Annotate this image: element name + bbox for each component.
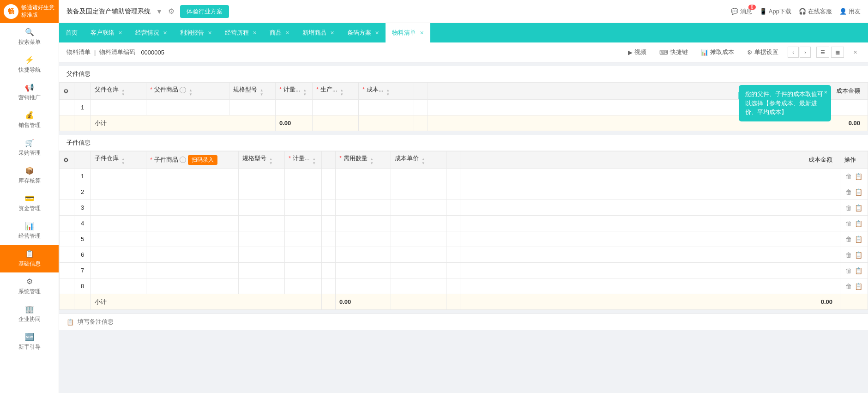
child-row6-spec[interactable] [239, 247, 285, 263]
delete-icon-5[interactable]: 🗑 [845, 236, 852, 243]
child-row4-unit[interactable] [285, 216, 322, 231]
child-row3-unit[interactable] [285, 200, 322, 216]
parent-row1-warehouse[interactable] [91, 100, 146, 115]
delete-icon-6[interactable]: 🗑 [845, 251, 852, 259]
child-row1-price[interactable] [391, 169, 446, 184]
sidebar-item-search[interactable]: 🔍搜索菜单 [0, 23, 59, 51]
copy-icon-8[interactable]: 📋 [855, 283, 862, 290]
child-row1-warehouse[interactable] [91, 169, 146, 184]
child-row6-unit[interactable] [285, 247, 322, 263]
tab-close-customer[interactable]: ✕ [118, 30, 122, 36]
dropdown-arrow-icon[interactable]: ▼ [156, 8, 163, 15]
child-row1-qty[interactable] [336, 169, 391, 184]
child-row3-qty[interactable] [336, 200, 391, 216]
tab-new-products[interactable]: 新增商品✕ [296, 23, 341, 42]
sidebar-item-quick-nav[interactable]: ⚡快捷导航 [0, 51, 59, 79]
close-tab-btn[interactable]: ✕ [850, 47, 861, 58]
child-row5-spec[interactable] [239, 231, 285, 247]
parent-col-config[interactable]: ⚙ [60, 83, 74, 100]
sidebar-item-enterprise[interactable]: 🏢企业协同 [0, 300, 59, 328]
user-btn[interactable]: 👤 用友 [839, 7, 861, 16]
tab-barcode[interactable]: 条码方案✕ [341, 23, 386, 42]
online-service-btn[interactable]: 🎧 在线客服 [799, 7, 832, 16]
child-row4-warehouse[interactable] [91, 216, 146, 231]
sidebar-item-inventory[interactable]: 📦库存核算 [0, 162, 59, 189]
delete-icon-8[interactable]: 🗑 [845, 283, 852, 290]
tab-operations[interactable]: 经营情况✕ [129, 23, 174, 42]
child-row4-product[interactable] [146, 216, 239, 231]
copy-icon-3[interactable]: 📋 [855, 204, 862, 212]
shortcut-btn[interactable]: ⌨ 快捷键 [656, 46, 692, 58]
child-row5-price[interactable] [391, 231, 446, 247]
prev-btn[interactable]: ‹ [788, 47, 799, 58]
copy-icon-7[interactable]: 📋 [855, 267, 862, 274]
view-btn[interactable]: ▶ 视频 [624, 46, 650, 58]
parent-row1-spec[interactable] [229, 100, 276, 115]
child-row6-product[interactable] [146, 247, 239, 263]
sidebar-item-finance[interactable]: 💳资金管理 [0, 189, 59, 217]
sidebar-item-basic-info[interactable]: 📋基础信息 [0, 245, 59, 272]
settings-icon[interactable]: ⚙ [168, 7, 175, 16]
child-row4-spec[interactable] [239, 216, 285, 231]
form-view-btn[interactable]: ▦ [831, 47, 844, 58]
child-row2-spec[interactable] [239, 184, 285, 200]
copy-icon-1[interactable]: 📋 [855, 173, 862, 180]
child-row1-spec[interactable] [239, 169, 285, 184]
copy-icon-6[interactable]: 📋 [855, 251, 862, 259]
child-row7-qty[interactable] [336, 263, 391, 278]
tab-close-new-products[interactable]: ✕ [330, 30, 334, 36]
child-row6-warehouse[interactable] [91, 247, 146, 263]
tab-close-barcode[interactable]: ✕ [375, 30, 379, 36]
messages-btn[interactable]: 💬 消息 6 [731, 7, 752, 16]
delete-icon-3[interactable]: 🗑 [845, 204, 852, 212]
child-row8-qty[interactable] [336, 278, 391, 294]
child-row6-price[interactable] [391, 247, 446, 263]
list-view-btn[interactable]: ☰ [816, 47, 829, 58]
child-product-info-icon[interactable]: i [180, 157, 186, 163]
product-info-icon[interactable]: i [180, 87, 186, 93]
delete-icon-7[interactable]: 🗑 [845, 267, 852, 274]
sidebar-item-operations[interactable]: 📊经营管理 [0, 217, 59, 245]
app-download-btn[interactable]: 📱 App下载 [760, 7, 791, 16]
tab-close-history[interactable]: ✕ [253, 30, 257, 36]
sidebar-item-guide[interactable]: 🆕新手引导 [0, 328, 59, 356]
tab-close-operations[interactable]: ✕ [163, 30, 167, 36]
tab-close-products[interactable]: ✕ [285, 30, 289, 36]
next-btn[interactable]: › [800, 47, 811, 58]
parent-row1-cost[interactable] [359, 100, 414, 115]
child-row1-product[interactable] [146, 169, 239, 184]
child-row2-warehouse[interactable] [91, 184, 146, 200]
tab-history[interactable]: 经营历程✕ [218, 23, 263, 42]
sidebar-item-marketing[interactable]: 📢营销推广 [0, 79, 59, 106]
child-row5-unit[interactable] [285, 231, 322, 247]
child-row8-price[interactable] [391, 278, 446, 294]
trial-btn[interactable]: 体验行业方案 [180, 5, 229, 18]
child-row7-warehouse[interactable] [91, 263, 146, 278]
child-row2-price[interactable] [391, 184, 446, 200]
child-row2-product[interactable] [146, 184, 239, 200]
sidebar-item-system[interactable]: ⚙系统管理 [0, 272, 59, 300]
tooltip-close-btn[interactable]: × [824, 88, 827, 97]
parent-row1-product[interactable] [146, 100, 229, 115]
copy-icon-4[interactable]: 📋 [855, 220, 862, 227]
child-row3-spec[interactable] [239, 200, 285, 216]
child-row2-unit[interactable] [285, 184, 322, 200]
parent-row1-unit[interactable] [276, 100, 313, 115]
child-row1-unit[interactable] [285, 169, 322, 184]
child-row5-warehouse[interactable] [91, 231, 146, 247]
child-row7-unit[interactable] [285, 263, 322, 278]
child-row8-warehouse[interactable] [91, 278, 146, 294]
parent-row1-prod[interactable] [313, 100, 359, 115]
scan-btn[interactable]: 扫码录入 [188, 155, 217, 165]
tab-profit[interactable]: 利润报告✕ [174, 23, 218, 42]
child-row3-price[interactable] [391, 200, 446, 216]
child-row8-product[interactable] [146, 278, 239, 294]
delete-icon-4[interactable]: 🗑 [845, 220, 852, 227]
child-row7-spec[interactable] [239, 263, 285, 278]
child-row4-price[interactable] [391, 216, 446, 231]
tab-products[interactable]: 商品✕ [263, 23, 296, 42]
delete-icon-1[interactable]: 🗑 [845, 173, 852, 180]
child-row8-unit[interactable] [285, 278, 322, 294]
sidebar-item-sales[interactable]: 💰销售管理 [0, 106, 59, 134]
child-row7-product[interactable] [146, 263, 239, 278]
